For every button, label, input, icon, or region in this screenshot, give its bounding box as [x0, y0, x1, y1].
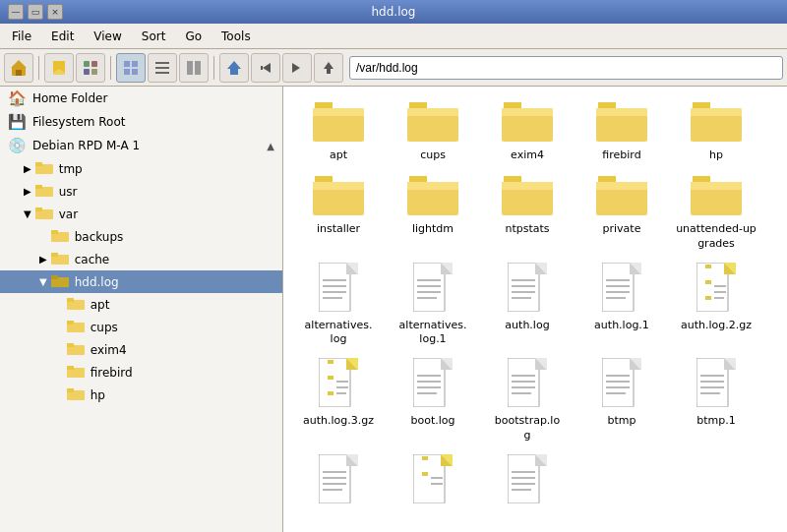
folder-installer[interactable]: installer	[291, 168, 386, 257]
folder-unattended-upgrades[interactable]: unattended-upgrades	[669, 168, 763, 257]
private-folder-icon	[596, 174, 647, 218]
file-extra3[interactable]	[480, 448, 575, 516]
auth-log-icon	[508, 263, 547, 315]
svg-marker-1	[11, 60, 27, 68]
auth-log1-icon	[602, 263, 641, 315]
alternatives-log-label: alternatives.log	[305, 319, 373, 347]
cache-icon	[51, 251, 69, 267]
btmp-icon	[602, 358, 641, 410]
address-input[interactable]	[349, 56, 783, 80]
main-area: 🏠 Home Folder 💾 Filesystem Root 💿 Debian…	[0, 87, 787, 532]
folder-exim4[interactable]: exim4	[480, 94, 575, 168]
menu-tools[interactable]: Tools	[213, 28, 259, 45]
sidebar-item-apt[interactable]: ▶ apt	[0, 293, 282, 316]
file-alternatives-log1[interactable]: alternatives.log.1	[386, 257, 480, 353]
sidebar-item-debian[interactable]: 💿 Debian RPD M-A 1 ▲	[0, 134, 282, 157]
file-btmp[interactable]: btmp	[575, 352, 669, 448]
file-alternatives-log[interactable]: alternatives.log	[291, 257, 386, 353]
svg-rect-147	[696, 358, 728, 407]
maximize-button[interactable]: ▭	[28, 4, 43, 20]
sidebar: 🏠 Home Folder 💾 Filesystem Root 💿 Debian…	[0, 87, 283, 532]
sidebar-item-filesystem[interactable]: 💾 Filesystem Root	[0, 110, 282, 134]
svg-rect-59	[691, 108, 742, 116]
folder-apt[interactable]: apt	[291, 94, 386, 168]
file-auth-log[interactable]: auth.log	[480, 257, 575, 353]
sidebar-item-home[interactable]: 🏠 Home Folder	[0, 87, 282, 110]
sidebar-item-cups[interactable]: ▶ cups	[0, 316, 282, 338]
folder-cups[interactable]: cups	[386, 94, 480, 168]
svg-rect-5	[84, 61, 90, 67]
folder-firebird[interactable]: firebird	[575, 94, 669, 168]
sidebar-item-cache[interactable]: ▶ cache	[0, 248, 282, 270]
sidebar-label-var: var	[59, 207, 78, 221]
up-button[interactable]	[314, 53, 343, 83]
icon-view-button[interactable]	[116, 53, 146, 83]
sidebar-item-exim4[interactable]: ▶ exim4	[0, 338, 282, 361]
sidebar-item-usr[interactable]: ▶ usr	[0, 180, 282, 203]
back-button[interactable]	[251, 53, 280, 83]
auth-log3gz-label: auth.log.3.gz	[303, 414, 374, 428]
backups-icon	[51, 228, 69, 245]
folder-lightdm[interactable]: lightdm	[386, 168, 480, 257]
sidebar-label-debian: Debian RPD M-A 1	[32, 139, 140, 152]
file-btmp1[interactable]: btmp.1	[669, 352, 763, 448]
apps-toolbar-button[interactable]	[76, 53, 105, 83]
file-extra2[interactable]	[386, 448, 480, 516]
svg-rect-109	[705, 280, 711, 284]
file-auth-log2gz[interactable]: auth.log.2.gz	[669, 257, 763, 353]
exim4-icon	[67, 341, 85, 358]
svg-rect-121	[328, 384, 333, 387]
sidebar-label-hddlog: hdd.log	[75, 275, 119, 289]
svg-rect-53	[502, 108, 553, 116]
window-title: hdd.log	[67, 5, 720, 19]
folder-private[interactable]: private	[575, 168, 669, 257]
svg-rect-89	[508, 263, 539, 312]
sidebar-label-backups: backups	[75, 230, 124, 244]
menu-sort[interactable]: Sort	[134, 28, 174, 45]
home-nav-button[interactable]	[219, 53, 249, 83]
svg-rect-68	[502, 182, 553, 190]
file-bootstrap-log[interactable]: bootstrap.log	[480, 352, 575, 448]
menu-view[interactable]: View	[86, 28, 129, 45]
svg-rect-120	[328, 376, 333, 380]
sidebar-item-backups[interactable]: ▶ backups	[0, 225, 282, 248]
sidebar-item-tmp[interactable]: ▶ tmp	[0, 157, 282, 180]
boot-log-icon	[413, 358, 453, 410]
lightdm-label: lightdm	[412, 222, 454, 236]
menu-edit[interactable]: Edit	[43, 28, 82, 45]
apt-folder-icon	[313, 100, 364, 145]
sidebar-item-hddlog[interactable]: ▼ hdd.log	[0, 270, 282, 293]
svg-rect-164	[422, 456, 428, 460]
file-boot-log[interactable]: boot.log	[386, 352, 480, 448]
close-button[interactable]: ×	[47, 4, 63, 20]
exim4-label: exim4	[511, 148, 544, 162]
svg-rect-20	[261, 66, 263, 70]
alternatives-log-icon	[319, 263, 358, 315]
toolbar-separator-1	[38, 56, 39, 80]
folder-ntpstats[interactable]: ntpstats	[480, 168, 575, 257]
minimize-button[interactable]: —	[8, 4, 24, 20]
svg-rect-96	[602, 263, 634, 312]
cups-icon	[67, 319, 85, 335]
file-auth-log1[interactable]: auth.log.1	[575, 257, 669, 353]
forward-button[interactable]	[282, 53, 312, 83]
home-toolbar-button[interactable]	[4, 53, 33, 83]
sidebar-item-firebird[interactable]: ▶ firebird	[0, 361, 282, 384]
sidebar-item-hp[interactable]: ▶ hp	[0, 384, 282, 406]
auth-log-label: auth.log	[505, 319, 549, 332]
compact-view-button[interactable]	[179, 53, 209, 83]
file-area: apt cups exim4 firebird	[283, 87, 787, 532]
cups-arrow: ▶	[55, 322, 63, 332]
svg-rect-110	[705, 288, 711, 292]
sidebar-item-var[interactable]: ▼ var	[0, 203, 282, 225]
cups-folder-icon	[407, 100, 458, 145]
menu-file[interactable]: File	[4, 28, 39, 45]
file-extra1[interactable]	[291, 448, 386, 516]
file-auth-log3gz[interactable]: auth.log.3.gz	[291, 352, 386, 448]
menu-go[interactable]: Go	[177, 28, 210, 45]
bookmark-toolbar-button[interactable]	[44, 53, 74, 83]
folder-hp[interactable]: hp	[669, 94, 763, 168]
backups-arrow: ▶	[39, 231, 47, 242]
list-view-button[interactable]	[148, 53, 177, 83]
exim4-folder-icon	[502, 100, 553, 145]
